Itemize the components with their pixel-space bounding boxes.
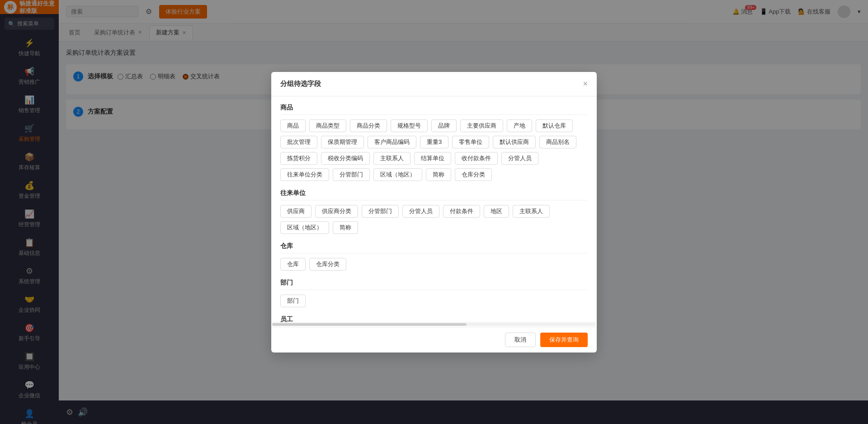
field-tag[interactable]: 仓库分类 <box>309 258 346 271</box>
field-tag[interactable]: 默认仓库 <box>536 119 573 132</box>
modal-hscrollbar[interactable] <box>271 322 597 326</box>
modal-header: 分组待选字段 × <box>271 72 597 96</box>
field-tags-department: 部门 <box>280 295 588 307</box>
field-tag[interactable]: 分管部门 <box>333 168 370 181</box>
field-tag[interactable]: 商品类型 <box>309 119 346 132</box>
field-section-department: 部门 部门 <box>280 279 588 307</box>
field-tag[interactable]: 重量3 <box>420 136 448 148</box>
modal-hscroll-track <box>272 323 596 326</box>
field-tag[interactable]: 批次管理 <box>280 136 317 148</box>
modal-overlay[interactable]: 分组待选字段 × 商品 商品 商品类型 商品分类 规格型号 品牌 主要供应商 产… <box>0 0 868 424</box>
field-tag[interactable]: 供应商分类 <box>315 205 358 218</box>
confirm-button[interactable]: 保存并查询 <box>540 333 588 347</box>
cancel-button[interactable]: 取消 <box>505 333 536 347</box>
field-tag[interactable]: 产地 <box>507 119 532 132</box>
modal-title: 分组待选字段 <box>280 80 321 88</box>
field-tag[interactable]: 付款条件 <box>443 205 480 218</box>
field-tag[interactable]: 往来单位分类 <box>280 168 329 181</box>
field-tag[interactable]: 零售单位 <box>452 136 489 148</box>
modal-footer: 取消 保存并查询 <box>271 327 597 353</box>
field-tag[interactable]: 商品别名 <box>539 136 576 148</box>
modal-hscroll-thumb[interactable] <box>272 323 467 326</box>
field-tag[interactable]: 简称 <box>333 221 358 234</box>
field-tag[interactable]: 客户商品编码 <box>368 136 416 148</box>
field-tag[interactable]: 部门 <box>280 295 306 307</box>
field-select-modal: 分组待选字段 × 商品 商品 商品类型 商品分类 规格型号 品牌 主要供应商 产… <box>271 72 597 353</box>
field-tag[interactable]: 商品 <box>280 119 306 132</box>
field-tags-product: 商品 商品类型 商品分类 规格型号 品牌 主要供应商 产地 默认仓库 批次管理 … <box>280 119 588 181</box>
field-tag[interactable]: 保质期管理 <box>321 136 364 148</box>
field-tag[interactable]: 仓库分类 <box>455 168 492 181</box>
field-tag[interactable]: 主联系人 <box>513 205 550 218</box>
field-tag[interactable]: 分管人员 <box>402 205 439 218</box>
field-section-employee: 员工 业务员 <box>280 315 588 323</box>
field-tag[interactable]: 品牌 <box>431 119 457 132</box>
field-tag[interactable]: 拣货积分 <box>280 152 317 165</box>
field-tags-counterpart: 供应商 供应商分类 分管部门 分管人员 付款条件 地区 主联系人 区域（地区） … <box>280 205 588 234</box>
field-section-product: 商品 商品 商品类型 商品分类 规格型号 品牌 主要供应商 产地 默认仓库 批次… <box>280 104 588 181</box>
field-tag[interactable]: 区域（地区） <box>373 168 422 181</box>
field-tags-warehouse: 仓库 仓库分类 <box>280 258 588 271</box>
field-section-warehouse: 仓库 仓库 仓库分类 <box>280 242 588 271</box>
field-tag[interactable]: 仓库 <box>280 258 306 271</box>
modal-close-button[interactable]: × <box>583 79 588 89</box>
modal-body: 商品 商品 商品类型 商品分类 规格型号 品牌 主要供应商 产地 默认仓库 批次… <box>271 96 597 323</box>
field-section-counterpart-title: 往来单位 <box>280 189 588 200</box>
field-tag[interactable]: 商品分类 <box>350 119 387 132</box>
field-tag[interactable]: 税收分类编码 <box>321 152 370 165</box>
field-tag[interactable]: 地区 <box>484 205 509 218</box>
field-tag[interactable]: 主要供应商 <box>460 119 503 132</box>
field-section-counterpart: 往来单位 供应商 供应商分类 分管部门 分管人员 付款条件 地区 主联系人 区域… <box>280 189 588 234</box>
field-tag[interactable]: 结算单位 <box>414 152 451 165</box>
field-section-employee-title: 员工 <box>280 315 588 323</box>
field-tag[interactable]: 主联系人 <box>373 152 410 165</box>
field-tag[interactable]: 规格型号 <box>391 119 428 132</box>
field-section-warehouse-title: 仓库 <box>280 242 588 253</box>
field-section-product-title: 商品 <box>280 104 588 115</box>
field-section-department-title: 部门 <box>280 279 588 290</box>
field-tag[interactable]: 收付款条件 <box>455 152 498 165</box>
field-tag[interactable]: 分管部门 <box>362 205 399 218</box>
field-tag[interactable]: 默认供应商 <box>493 136 536 148</box>
field-tag[interactable]: 分管人员 <box>501 152 538 165</box>
field-tag[interactable]: 简称 <box>426 168 451 181</box>
field-tag[interactable]: 供应商 <box>280 205 311 218</box>
field-tag[interactable]: 区域（地区） <box>280 221 329 234</box>
